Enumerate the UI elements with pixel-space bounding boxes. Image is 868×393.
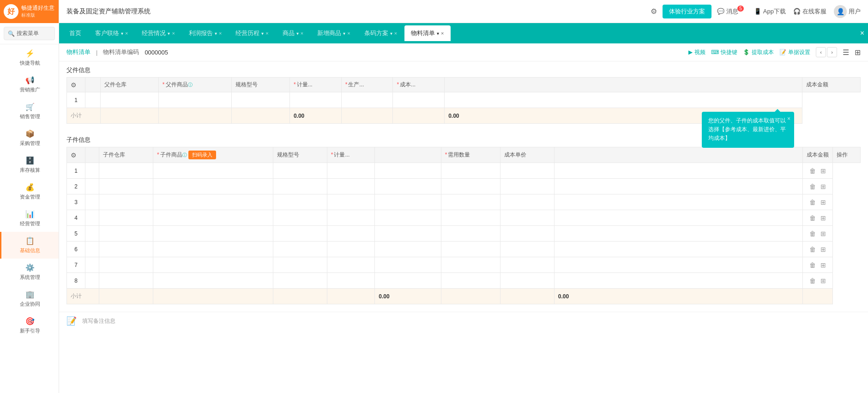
child-row-spec[interactable] [153, 210, 273, 226]
sidebar-item-basic-info[interactable]: 📋 基础信息 [0, 232, 59, 259]
sidebar-item-system[interactable]: ⚙️ 系统管理 [0, 259, 59, 285]
parent-row-1-unit[interactable] [232, 92, 290, 108]
settings-icon[interactable]: ⚙ [651, 7, 657, 16]
delete-row-button[interactable]: 🗑 [809, 183, 816, 190]
child-row-goods[interactable] [99, 179, 153, 194]
child-row-unit[interactable] [273, 179, 327, 194]
child-row-qty[interactable] [375, 179, 441, 194]
child-row-unit-cost[interactable] [441, 273, 500, 289]
prev-record-button[interactable]: ‹ [816, 47, 826, 57]
grid-view-icon[interactable]: ☰ [843, 48, 849, 57]
tab-goods[interactable]: 商品 ▾ × [276, 25, 310, 41]
child-row-spec[interactable] [153, 226, 273, 242]
shortcut-button[interactable]: ⌨ 快捷键 [711, 48, 737, 56]
child-row-goods[interactable] [99, 194, 153, 210]
sidebar-item-finance[interactable]: 💰 资金管理 [0, 178, 59, 205]
child-row-unit[interactable] [273, 210, 327, 226]
tab-barcode[interactable]: 条码方案 ▾ × [358, 25, 404, 41]
close-all-tabs[interactable]: × [860, 29, 864, 37]
child-row-unit-cost[interactable] [441, 242, 500, 257]
sidebar-item-purchase[interactable]: 📦 采购管理 [0, 125, 59, 151]
sidebar-item-enterprise[interactable]: 🏢 企业协同 [0, 285, 59, 312]
copy-row-button[interactable]: ⊞ [820, 214, 826, 222]
tab-home[interactable]: 首页 [63, 25, 88, 41]
child-row-qty[interactable] [375, 226, 441, 242]
child-row-spec[interactable] [153, 257, 273, 273]
child-row-goods[interactable] [99, 163, 153, 179]
parent-row-1-goods[interactable] [100, 92, 158, 108]
child-row-warehouse[interactable] [85, 163, 99, 179]
user-button[interactable]: 👤 用户 [834, 5, 861, 18]
child-row-unit-cost[interactable] [441, 226, 500, 242]
extract-cost-button[interactable]: 💲 提取成本 [743, 48, 774, 56]
copy-row-button[interactable]: ⊞ [820, 230, 826, 237]
view-video-button[interactable]: ▶ 视频 [688, 48, 705, 56]
parent-row-1-spec[interactable] [158, 92, 231, 108]
delete-row-button[interactable]: 🗑 [809, 261, 816, 269]
delete-row-button[interactable]: 🗑 [809, 230, 816, 237]
parent-row-1-cost[interactable] [341, 92, 393, 108]
tab-profit-close[interactable]: × [219, 30, 222, 36]
delete-row-button[interactable]: 🗑 [809, 199, 816, 206]
child-row-unit[interactable] [273, 242, 327, 257]
child-row-unit[interactable] [273, 194, 327, 210]
child-row-qty[interactable] [375, 273, 441, 289]
breadcrumb-link[interactable]: 物料清单 [66, 48, 90, 56]
child-row-warehouse[interactable] [85, 194, 99, 210]
sidebar-item-sales[interactable]: 🛒 销售管理 [0, 98, 59, 125]
copy-row-button[interactable]: ⊞ [820, 261, 826, 269]
child-row-unit[interactable] [273, 226, 327, 242]
search-menu-button[interactable]: 🔍 搜索菜单 [4, 27, 55, 40]
next-record-button[interactable]: › [827, 47, 837, 57]
child-row-qty[interactable] [375, 242, 441, 257]
delete-row-button[interactable]: 🗑 [809, 277, 816, 284]
parent-settings-icon[interactable]: ⚙ [71, 81, 77, 89]
tab-history[interactable]: 经营历程 ▾ × [229, 25, 275, 41]
child-row-unit[interactable] [273, 163, 327, 179]
child-row-unit-cost[interactable] [441, 163, 500, 179]
copy-row-button[interactable]: ⊞ [820, 167, 826, 175]
child-row-qty[interactable] [375, 210, 441, 226]
child-row-unit-cost[interactable] [441, 257, 500, 273]
copy-row-button[interactable]: ⊞ [820, 246, 826, 253]
tab-history-close[interactable]: × [265, 30, 268, 36]
child-row-warehouse[interactable] [85, 257, 99, 273]
child-row-warehouse[interactable] [85, 179, 99, 194]
child-row-qty[interactable] [375, 257, 441, 273]
sidebar-item-operation[interactable]: 📊 经营管理 [0, 205, 59, 232]
child-row-goods[interactable] [99, 226, 153, 242]
child-row-goods[interactable] [99, 242, 153, 257]
child-row-goods[interactable] [99, 257, 153, 273]
parent-row-1-production[interactable] [289, 92, 341, 108]
tab-bom-close[interactable]: × [441, 30, 444, 36]
child-row-warehouse[interactable] [85, 226, 99, 242]
message-button[interactable]: 💬 消息 5 [717, 7, 747, 16]
child-row-spec[interactable] [153, 163, 273, 179]
tooltip-close-button[interactable]: × [787, 115, 790, 123]
tab-operations[interactable]: 经营情况 ▾ × [135, 25, 181, 41]
child-row-spec[interactable] [153, 179, 273, 194]
tab-new-goods-close[interactable]: × [347, 30, 350, 36]
delete-row-button[interactable]: 🗑 [809, 246, 816, 253]
child-row-spec[interactable] [153, 194, 273, 210]
tab-customers[interactable]: 客户联络 ▾ × [89, 25, 134, 41]
sidebar-item-marketing[interactable]: 📢 营销推广 [0, 71, 59, 98]
child-row-unit[interactable] [273, 273, 327, 289]
child-row-spec[interactable] [153, 242, 273, 257]
child-row-warehouse[interactable] [85, 242, 99, 257]
child-row-spec[interactable] [153, 273, 273, 289]
copy-row-button[interactable]: ⊞ [820, 199, 826, 206]
tab-bom[interactable]: 物料清单 ▾ × [404, 25, 450, 41]
sidebar-item-guide[interactable]: 🎯 新手引导 [0, 312, 59, 339]
tab-barcode-close[interactable]: × [394, 30, 397, 36]
sidebar-item-inventory[interactable]: 🗄️ 库存核算 [0, 151, 59, 178]
app-download-button[interactable]: 📱 App下载 [754, 7, 786, 16]
tab-customers-close[interactable]: × [125, 30, 128, 36]
scan-input-button[interactable]: 扫码录入 [188, 151, 216, 159]
tab-new-goods[interactable]: 新增商品 ▾ × [311, 25, 356, 41]
parent-row-1-warehouse[interactable] [85, 92, 101, 108]
child-row-warehouse[interactable] [85, 210, 99, 226]
child-row-unit-cost[interactable] [441, 194, 500, 210]
child-row-unit-cost[interactable] [441, 179, 500, 194]
experience-button[interactable]: 体验行业方案 [663, 5, 711, 18]
